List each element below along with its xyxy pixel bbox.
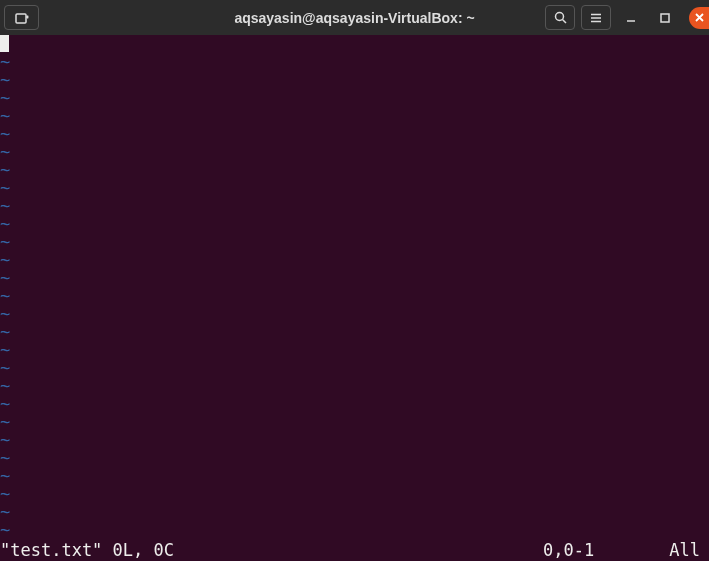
empty-line-tilde: ~ xyxy=(0,503,709,521)
empty-line-tilde: ~ xyxy=(0,125,709,143)
close-button[interactable] xyxy=(689,7,709,29)
search-icon xyxy=(553,10,568,25)
window-title: aqsayasin@aqsayasin-VirtualBox: ~ xyxy=(234,10,474,26)
vim-status-line: "test.txt" 0L, 0C 0,0-1 All xyxy=(0,541,709,561)
terminal-viewport[interactable]: ~~~~~~~~~~~~~~~~~~~~~~~~~~~ "test.txt" 0… xyxy=(0,35,709,561)
empty-line-tilde: ~ xyxy=(0,467,709,485)
empty-line-tilde: ~ xyxy=(0,251,709,269)
empty-line-tilde: ~ xyxy=(0,341,709,359)
empty-line-tilde: ~ xyxy=(0,305,709,323)
new-tab-button[interactable] xyxy=(4,5,39,30)
new-tab-icon xyxy=(14,10,30,26)
editor-line-current xyxy=(0,35,709,53)
minimize-icon xyxy=(625,12,637,24)
empty-line-tilde: ~ xyxy=(0,197,709,215)
empty-line-tilde: ~ xyxy=(0,107,709,125)
close-icon xyxy=(694,12,705,23)
empty-line-tilde: ~ xyxy=(0,431,709,449)
status-cursor-position: 0,0-1 xyxy=(543,541,669,559)
empty-line-tilde: ~ xyxy=(0,161,709,179)
empty-line-tilde: ~ xyxy=(0,71,709,89)
empty-line-tilde: ~ xyxy=(0,521,709,539)
empty-line-tilde: ~ xyxy=(0,89,709,107)
empty-line-tilde: ~ xyxy=(0,53,709,71)
hamburger-icon xyxy=(589,11,603,25)
maximize-icon xyxy=(659,12,671,24)
minimize-button[interactable] xyxy=(617,5,645,30)
status-scroll-percent: All xyxy=(669,541,708,559)
empty-line-tilde: ~ xyxy=(0,143,709,161)
empty-line-tilde: ~ xyxy=(0,449,709,467)
empty-line-tilde: ~ xyxy=(0,377,709,395)
empty-line-tilde: ~ xyxy=(0,359,709,377)
svg-rect-2 xyxy=(661,14,669,22)
svg-point-1 xyxy=(555,13,563,21)
empty-line-tilde: ~ xyxy=(0,287,709,305)
search-button[interactable] xyxy=(545,5,575,30)
window-titlebar: aqsayasin@aqsayasin-VirtualBox: ~ xyxy=(0,0,709,35)
status-file-info: "test.txt" 0L, 0C xyxy=(0,541,174,559)
empty-line-tilde: ~ xyxy=(0,233,709,251)
empty-line-tilde: ~ xyxy=(0,413,709,431)
menu-button[interactable] xyxy=(581,5,611,30)
empty-line-tilde: ~ xyxy=(0,323,709,341)
text-cursor xyxy=(0,35,9,52)
empty-line-tilde: ~ xyxy=(0,269,709,287)
empty-line-tilde: ~ xyxy=(0,395,709,413)
empty-line-tilde: ~ xyxy=(0,485,709,503)
svg-rect-0 xyxy=(16,14,26,23)
empty-line-tilde: ~ xyxy=(0,215,709,233)
empty-line-tilde: ~ xyxy=(0,179,709,197)
maximize-button[interactable] xyxy=(651,5,679,30)
